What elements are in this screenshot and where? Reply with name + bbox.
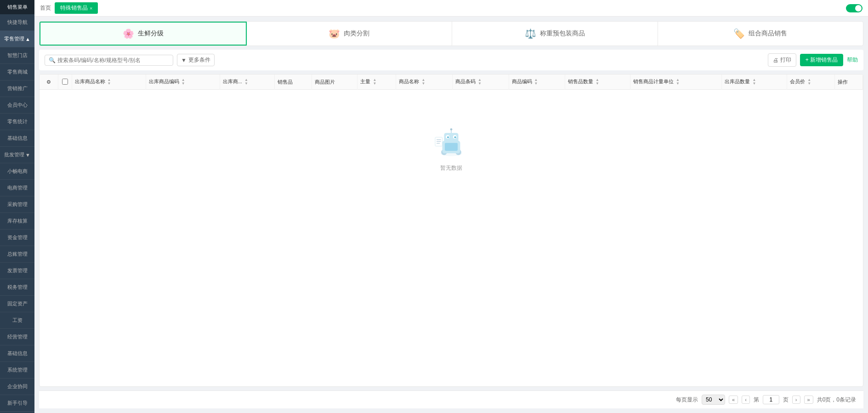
sidebar-item-finance-mgmt[interactable]: 资金管理 (0, 229, 34, 246)
sidebar-logo: 销售菜单 (0, 0, 34, 14)
th-checkbox[interactable] (58, 75, 72, 90)
sidebar-item-wholesale-mgmt[interactable]: 批发管理 ▼ (0, 147, 34, 163)
sidebar-item-new-guide[interactable]: 新手引导 (0, 395, 34, 412)
sort-icon: ▲▼ (807, 78, 811, 86)
table-header-row: ⚙ 出库商品名称 ▲▼ 出库商品编码 ▲▼ 出库 (40, 75, 863, 90)
sort-icon: ▲▼ (421, 78, 425, 86)
topbar-right (846, 4, 862, 12)
cat-tab-combo-sales-label: 组合商品销售 (749, 29, 787, 38)
cat-tab-fresh-grade[interactable]: 🌸 生鲜分级 (40, 22, 247, 46)
empty-row: 暂无数据 (40, 90, 863, 209)
help-button[interactable]: 帮助 (847, 56, 858, 64)
fresh-grade-icon: 🌸 (123, 28, 134, 39)
sidebar-item-purchase-mgmt[interactable]: 采购管理 (0, 196, 34, 213)
next-page-button[interactable]: › (792, 396, 800, 404)
svg-rect-4 (445, 143, 458, 151)
cat-tab-weigh-pack-label: 称重预包装商品 (540, 29, 585, 38)
search-icon: 🔍 (49, 57, 56, 63)
sort-icon: ▲▼ (753, 78, 756, 86)
page-prefix-label: 第 (754, 396, 759, 404)
th-sales-qty[interactable]: 销售品数量 ▲▼ (565, 75, 630, 90)
pagination-bar: 每页显示 50 20 100 « ‹ 第 页 › » 共0页，0条记录 (39, 390, 863, 408)
empty-icon (433, 126, 470, 159)
data-table-container: ⚙ 出库商品名称 ▲▼ 出库商品编码 ▲▼ 出库 (39, 74, 863, 387)
empty-state: 暂无数据 (40, 90, 863, 209)
th-out-product-x[interactable]: 出库商... ▲▼ (220, 75, 274, 90)
th-out-product-code[interactable]: 出库商品编码 ▲▼ (146, 75, 220, 90)
print-button[interactable]: 🖨 打印 (768, 53, 796, 67)
sidebar-item-ecomm-mgmt[interactable]: 电商管理 (0, 180, 34, 196)
svg-point-8 (447, 136, 449, 138)
th-out-qty[interactable]: 出库品数量 ▲▼ (722, 75, 787, 90)
th-product-name[interactable]: 商品名称 ▲▼ (396, 75, 453, 90)
svg-point-11 (450, 128, 452, 131)
th-product-image[interactable]: 商品图片 (312, 75, 357, 90)
th-member-price[interactable]: 会员价 ▲▼ (787, 75, 834, 90)
search-box[interactable]: 🔍 (45, 55, 173, 66)
sidebar-item-ops-mgmt[interactable]: 经营管理 (0, 329, 34, 345)
active-tab[interactable]: 特殊销售品 × (55, 2, 98, 14)
toggle-button[interactable] (846, 4, 862, 12)
th-product-barcode[interactable]: 商品条码 ▲▼ (452, 75, 509, 90)
th-out-product-name[interactable]: 出库商品名称 ▲▼ (72, 75, 146, 90)
topbar: 首页 特殊销售品 × (34, 0, 868, 17)
sidebar-item-corp-agreement[interactable]: 企业协同 (0, 379, 34, 395)
sidebar-item-retail-mall[interactable]: 零售商城 (0, 64, 34, 80)
per-page-select[interactable]: 50 20 100 (702, 395, 725, 405)
sort-icon: ▲▼ (534, 78, 538, 86)
sidebar-item-invoice-mgmt[interactable]: 发票管理 (0, 263, 34, 279)
sidebar-item-wages[interactable]: 工资 (0, 312, 34, 329)
close-tab-icon[interactable]: × (90, 6, 92, 11)
category-tabs: 🌸 生鲜分级 🐷 肉类分割 ⚖️ 称重预包装商品 🏷️ 组合商品销售 (39, 21, 863, 46)
th-sales-product[interactable]: 销售品 (275, 75, 312, 90)
toolbar: 🔍 ▼ 更多条件 🖨 打印 + 新增销售品 帮助 (39, 50, 863, 70)
active-tab-label: 特殊销售品 (60, 4, 88, 12)
sidebar-item-retail-stats[interactable]: 零售统计 (0, 114, 34, 130)
sort-icon: ▲▼ (182, 78, 185, 86)
filter-icon: ▼ (181, 57, 187, 63)
main-content: 首页 特殊销售品 × 🌸 生鲜分级 🐷 肉类分割 ⚖️ 称重预包装商品 (34, 0, 868, 413)
th-settings[interactable]: ⚙ (40, 75, 58, 90)
last-page-button[interactable]: » (804, 396, 813, 404)
home-breadcrumb[interactable]: 首页 (40, 4, 51, 12)
cat-tab-weigh-pack[interactable]: ⚖️ 称重预包装商品 (452, 22, 658, 46)
total-label: 共0页，0条记录 (817, 396, 856, 404)
th-product-code[interactable]: 商品编码 ▲▼ (509, 75, 565, 90)
combo-sales-icon: 🏷️ (733, 28, 745, 39)
select-all-checkbox[interactable] (62, 79, 68, 85)
sidebar-item-sys-mgmt[interactable]: 系统管理 (0, 362, 34, 379)
search-input[interactable] (57, 57, 169, 63)
sidebar-item-fixed-assets[interactable]: 固定资产 (0, 296, 34, 312)
add-button-label: + 新增销售品 (806, 56, 838, 64)
sidebar-item-sales-promo[interactable]: 营销推广 (0, 80, 34, 97)
sidebar-item-basic-info2[interactable]: 基础信息 (0, 345, 34, 362)
print-label: 打印 (780, 56, 791, 64)
sidebar-item-quick-nav[interactable]: 快捷导航 (0, 14, 34, 31)
th-actions: 操作 (834, 75, 862, 90)
page-unit-label: 页 (783, 396, 789, 404)
cat-tab-combo-sales[interactable]: 🏷️ 组合商品销售 (658, 22, 863, 46)
sidebar-item-inventory[interactable]: 库存核算 (0, 213, 34, 229)
sidebar-item-mini-ecomm[interactable]: 小畅电商 (0, 163, 34, 180)
add-button[interactable]: + 新增销售品 (800, 54, 843, 66)
sort-icon: ▲▼ (676, 78, 680, 86)
page-input[interactable] (763, 395, 779, 404)
th-main-weight[interactable]: 主量 ▲▼ (357, 75, 396, 90)
cat-tab-meat-cut[interactable]: 🐷 肉类分割 (247, 22, 453, 46)
table-body: 暂无数据 (40, 90, 863, 209)
sort-icon: ▲▼ (373, 78, 376, 86)
sidebar-item-general-ledger[interactable]: 总账管理 (0, 246, 34, 263)
sort-icon: ▲▼ (108, 78, 111, 86)
sort-icon: ▲▼ (596, 78, 599, 86)
sidebar-item-retail-mgmt[interactable]: 零售管理 ▲ (0, 31, 34, 47)
filter-button[interactable]: ▼ 更多条件 (177, 54, 215, 66)
first-page-button[interactable]: « (729, 396, 738, 404)
sidebar-item-basic-info[interactable]: 基础信息 (0, 130, 34, 147)
page-content: 🌸 生鲜分级 🐷 肉类分割 ⚖️ 称重预包装商品 🏷️ 组合商品销售 🔍 (34, 17, 868, 413)
sidebar-item-smart-store[interactable]: 智慧门店 (0, 47, 34, 64)
sidebar-item-tax-mgmt[interactable]: 税务管理 (0, 279, 34, 296)
prev-page-button[interactable]: ‹ (742, 396, 750, 404)
cat-tab-fresh-grade-label: 生鲜分级 (138, 29, 164, 38)
sidebar-item-member-center[interactable]: 会员中心 (0, 97, 34, 114)
th-sales-unit[interactable]: 销售商品计量单位 ▲▼ (630, 75, 722, 90)
